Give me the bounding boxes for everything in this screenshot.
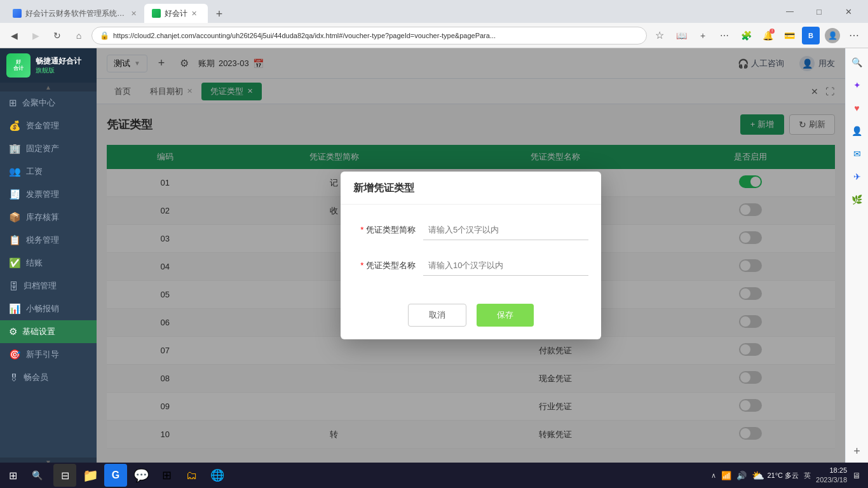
browser-settings[interactable]: ⋯ [715, 27, 733, 44]
add-voucher-type-dialog: 新增凭证类型 * 凭证类型简称 * 凭证类型名称 [341, 172, 601, 339]
back-button[interactable]: ◀ [5, 27, 23, 44]
sidebar-item-label: 资金管理 [26, 120, 59, 132]
scroll-up-indicator[interactable]: ▲ [0, 83, 97, 92]
sidebar-item-funds[interactable]: 💰 资金管理 [0, 114, 97, 137]
bing-button[interactable]: B [802, 27, 820, 44]
tab2-close[interactable]: ✕ [191, 10, 197, 18]
sidebar-item-salary[interactable]: 👥 工资 [0, 160, 97, 183]
win-maximize[interactable]: □ [804, 0, 834, 23]
sidebar-item-label: 新手引导 [26, 349, 59, 360]
company-name-label: 畅捷通好合计 [36, 56, 81, 67]
taskbar-arrow[interactable]: ∧ [711, 471, 716, 480]
time-display: 18:25 [816, 466, 847, 475]
taskbar: ⊞ 🔍 ⊟ 📁 G 💬 ⊞ 🗂 🌐 ∧ 📶 🔊 ⛅ 21°C 多云 英 18:2… [0, 463, 868, 488]
save-button[interactable]: 保存 [477, 304, 534, 327]
wallet-button[interactable]: 💳 [780, 27, 798, 44]
user-profile-button[interactable]: 👤 [824, 27, 841, 44]
weather-icon: ⛅ [752, 470, 764, 482]
reading-mode-button[interactable]: 📖 [672, 27, 690, 44]
weather-display[interactable]: ⛅ 21°C 多云 [752, 470, 799, 482]
abbr-input[interactable] [423, 220, 588, 240]
right-green-button[interactable]: 🌿 [848, 191, 866, 208]
sidebar-item-invoice[interactable]: 🧾 发票管理 [0, 183, 97, 206]
sidebar-item-assets[interactable]: 🏢 固定资产 [0, 137, 97, 160]
taskbar-app-edge[interactable]: 🌐 [206, 464, 229, 487]
tab2-title: 好会计 [165, 8, 187, 19]
sidebar-item-closing[interactable]: ✅ 结账 [0, 252, 97, 274]
start-button[interactable]: ⊞ [0, 463, 25, 488]
clock[interactable]: 18:25 2023/3/18 [816, 466, 847, 485]
sidebar-item-guide[interactable]: 🎯 新手引导 [0, 343, 97, 366]
win-close[interactable]: ✕ [834, 0, 863, 23]
right-outlook-button[interactable]: ✉ [848, 145, 866, 163]
reload-button[interactable]: ↻ [48, 27, 66, 44]
sidebar-item-label: 税务管理 [26, 234, 59, 246]
sidebar-item-report[interactable]: 📊 小畅报销 [0, 297, 97, 320]
taskbar-app-wechat[interactable]: 💬 [130, 464, 153, 487]
settings-icon: ⚙ [9, 326, 17, 337]
right-ai-button[interactable]: ✦ [848, 76, 866, 94]
right-feather-button[interactable]: ✈ [848, 168, 866, 186]
win-minimize[interactable]: — [775, 0, 804, 23]
receipt-icon: 🧾 [9, 189, 21, 200]
name-form-row: * 凭证类型名称 [353, 255, 588, 276]
grid-icon: ⊞ [9, 97, 17, 109]
tab2[interactable]: 好会计 ✕ [144, 4, 208, 23]
language-indicator[interactable]: 英 [804, 471, 811, 480]
notifications-button[interactable]: 🔔 ! [759, 27, 776, 44]
add-to-collections[interactable]: + [694, 27, 712, 44]
abbr-label: * 凭证类型简称 [353, 224, 423, 236]
home-button[interactable]: ⌂ [70, 27, 88, 44]
sidebar-header[interactable]: 好合计 畅捷通好合计 旗舰版 [0, 48, 97, 83]
taskbar-app-explorer[interactable]: 📁 [79, 464, 102, 487]
wallet-icon: 💰 [9, 120, 21, 132]
extensions-button[interactable]: 🧩 [737, 27, 755, 44]
abbr-form-row: * 凭证类型简称 [353, 220, 588, 240]
tab1-close[interactable]: ✕ [131, 10, 137, 18]
network-icon[interactable]: 📶 [721, 471, 731, 480]
sidebar-item-label: 小畅报销 [26, 303, 59, 315]
cancel-button[interactable]: 取消 [408, 304, 466, 327]
sidebar: 好合计 畅捷通好合计 旗舰版 ▲ ⊞ 会聚中心 💰 资金管理 [0, 48, 97, 488]
favorites-button[interactable]: ☆ [651, 27, 668, 44]
taskbar-search-button[interactable]: 🔍 [25, 464, 48, 487]
sidebar-item-tax[interactable]: 📋 税务管理 [0, 229, 97, 252]
taskbar-app-windows[interactable]: ⊞ [155, 464, 178, 487]
sidebar-item-inventory[interactable]: 📦 库存核算 [0, 206, 97, 229]
right-search-button[interactable]: 🔍 [848, 53, 866, 71]
right-add-button[interactable]: + [848, 442, 866, 460]
sidebar-item-label: 会聚中心 [22, 97, 55, 109]
name-input[interactable] [423, 255, 588, 276]
tab1-favicon [13, 9, 22, 18]
sidebar-item-label: 发票管理 [26, 189, 59, 200]
right-bookmark-button[interactable]: ♥ [848, 99, 866, 117]
address-text: https://cloud2.chanjet.com/accounting/uh… [113, 32, 639, 39]
forward-button[interactable]: ▶ [27, 27, 44, 44]
sidebar-item-settings[interactable]: ⚙ 基础设置 [0, 320, 97, 343]
sidebar-item-label: 结账 [26, 257, 43, 269]
taskbar-apps-section: ⊟ 📁 G 💬 ⊞ 🗂 🌐 [48, 464, 234, 487]
people-icon: 👥 [9, 166, 21, 177]
dialog-title: 新增凭证类型 [353, 182, 414, 193]
right-panel: 🔍 ✦ ♥ 👤 ✉ ✈ 🌿 + ⚙ [845, 48, 868, 488]
sidebar-item-dashboard[interactable]: ⊞ 会聚中心 [0, 92, 97, 114]
taskbar-app-multitask[interactable]: ⊟ [53, 464, 76, 487]
volume-icon[interactable]: 🔊 [736, 471, 747, 480]
sidebar-item-label: 库存核算 [26, 212, 59, 223]
new-tab-button[interactable]: + [210, 5, 228, 23]
notification-center-button[interactable]: 🖥 [852, 471, 860, 480]
browser-menu-button[interactable]: ⋯ [845, 27, 863, 44]
dialog-footer: 取消 保存 [341, 296, 601, 339]
address-field[interactable]: 🔒 https://cloud2.chanjet.com/accounting/… [92, 27, 647, 44]
right-user-button[interactable]: 👤 [848, 122, 866, 140]
taskbar-app-folder[interactable]: 🗂 [180, 464, 203, 487]
taskbar-system: ∧ 📶 🔊 ⛅ 21°C 多云 英 18:25 2023/3/18 🖥 [711, 466, 868, 485]
sidebar-nav: ⊞ 会聚中心 💰 资金管理 🏢 固定资产 👥 工资 🧾 发票管理 [0, 92, 97, 458]
tab1[interactable]: 好会计云财务软件管理系统_会计 ✕ [5, 4, 144, 23]
lock-icon: 🔒 [100, 31, 109, 40]
taskbar-app-chrome[interactable]: G [104, 464, 127, 487]
guide-icon: 🎯 [9, 349, 21, 360]
sidebar-item-member[interactable]: 🎖 畅会员 [0, 366, 97, 389]
member-icon: 🎖 [9, 372, 18, 383]
sidebar-item-archive[interactable]: 🗄 归档管理 [0, 274, 97, 297]
